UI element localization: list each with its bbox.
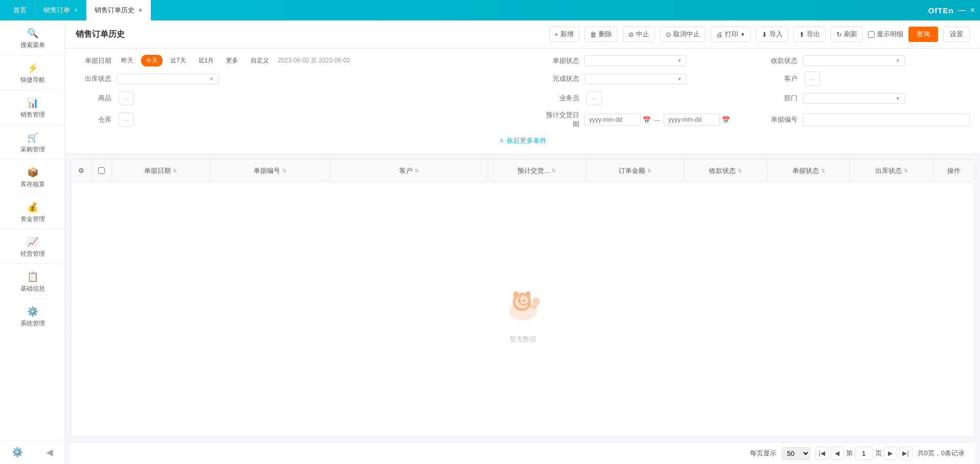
filter-department-field: 部门 ▼ [762,93,970,104]
next-page-button[interactable]: ▶ [884,447,897,460]
warehouse-ellipsis-btn[interactable]: ··· [119,113,134,127]
th-action-label: 操作 [947,166,961,175]
delete-label: 删除 [599,30,612,39]
collapse-bar[interactable]: ∧ 收起更多条件 [76,134,970,147]
calendar-from-icon[interactable]: 📅 [643,116,651,124]
th-customer-label: 客户 [399,166,413,175]
quick-nav-icon: ⚡ [27,62,38,74]
new-button[interactable]: + 新增 [549,27,580,42]
sidebar-item-basic-info-label: 基础信息 [20,284,45,293]
shortcut-1month[interactable]: 近1月 [194,55,219,67]
pay-status-arrow-icon: ▼ [895,58,900,63]
cancel-stop-button[interactable]: ⊙ 取消中止 [660,27,705,42]
sidebar-item-operation-mgmt[interactable]: 📈 经营管理 [0,229,65,264]
prev-page-button[interactable]: ◀ [831,447,844,460]
refresh-label: 刷新 [844,30,857,39]
settings-button[interactable]: 设置 [943,27,970,42]
close-btn-main[interactable]: × [970,6,975,15]
sidebar-item-inventory-calc[interactable]: 📦 库存核算 [0,160,65,194]
filter-warehouse-label: 仓库 [76,115,117,124]
th-date[interactable]: 单据日期 ⇅ [112,160,210,182]
sidebar-item-finance-mgmt[interactable]: 💰 资金管理 [0,194,65,229]
sidebar-item-finance-mgmt-label: 资金管理 [20,215,45,224]
filter-salesman-label: 业务员 [543,94,584,103]
department-select[interactable]: ▼ [803,93,905,104]
first-page-button[interactable]: |◀ [815,447,829,460]
complete-status-select[interactable]: ▼ [584,74,687,84]
th-pay-status[interactable]: 收款状态 ⇅ [684,160,767,182]
tab-sales-order[interactable]: 销售订单 × [35,0,86,20]
collapse-sidebar-icon[interactable]: ◀ [46,447,53,458]
page-title: 销售订单历史 [76,29,125,40]
inventory-calc-icon: 📦 [27,167,38,178]
sidebar-item-system-mgmt[interactable]: ⚙️ 系统管理 [0,299,65,334]
new-icon: + [555,31,559,38]
delivery-date-to-input[interactable] [664,114,720,126]
sidebar-item-quick-nav[interactable]: ⚡ 快捷导航 [0,55,65,90]
filter-product-field: 商品 ··· [76,91,533,105]
page-input[interactable] [855,447,873,460]
tab-sales-order-history[interactable]: 销售订单历史 × [86,0,151,20]
th-delivery[interactable]: 预计交货... ⇅ [488,160,586,182]
query-button[interactable]: 查询 [908,27,938,42]
calendar-to-icon[interactable]: 📅 [722,116,730,124]
last-page-button[interactable]: ▶| [899,447,913,460]
tab-sales-order-history-close[interactable]: × [139,7,142,14]
select-all-checkbox[interactable] [98,167,105,174]
filter-row-3: 商品 ··· 业务员 ··· 部门 ▼ [76,91,970,105]
tab-sales-order-close[interactable]: × [74,7,78,14]
tab-home[interactable]: 首页 [5,0,35,20]
refresh-button[interactable]: ↻ 刷新 [831,27,863,42]
minimize-btn[interactable]: — [958,6,966,15]
shortcut-7days[interactable]: 近7天 [166,55,191,67]
th-stock-status[interactable]: 出库状态 ⇅ [850,160,933,182]
stop-button[interactable]: ⊘ 中止 [623,27,655,42]
settings-bottom-icon[interactable]: ⚙️ [12,447,23,458]
shortcut-today[interactable]: 今天 [141,55,163,67]
delete-button[interactable]: 🗑 删除 [584,27,618,42]
top-bar: 首页 销售订单 × 销售订单历史 × OfTEn — × [0,0,980,20]
shortcut-more[interactable]: 更多 [221,55,243,67]
th-number[interactable]: 单据编号 ⇅ [210,160,330,182]
sidebar-item-purchase-mgmt[interactable]: 🛒 采购管理 [0,125,65,160]
sidebar-item-search-menu[interactable]: 🔍 搜索菜单 [0,20,65,55]
shortcut-yesterday[interactable]: 昨天 [117,55,138,67]
delivery-date-from-input[interactable] [584,114,641,126]
th-amount[interactable]: 订单金额 ⇅ [586,160,684,182]
export-icon: ⬆ [799,31,805,38]
product-ellipsis-btn[interactable]: ··· [119,91,134,105]
salesman-ellipsis-btn[interactable]: ··· [586,91,602,105]
doc-number-input[interactable] [803,114,970,126]
purchase-mgmt-icon: 🛒 [27,132,38,143]
per-page-label: 每页显示 [750,449,777,458]
th-order-status[interactable]: 单据状态 ⇅ [767,160,851,182]
stock-status-select[interactable]: ▼ [117,74,219,84]
filter-stock-status-label: 出库状态 [76,74,117,83]
shortcut-custom[interactable]: 自定义 [246,55,274,67]
date-shortcuts: 昨天 今天 近7天 近1月 更多 自定义 [117,55,274,67]
filter-date-label: 单据日期 [76,56,117,65]
stop-label: 中止 [636,30,649,39]
order-status-select[interactable]: ▼ [584,55,687,66]
th-settings[interactable]: ⚙ [71,160,92,182]
empty-text: 暂无数据 [510,335,536,344]
print-arrow-icon: ▼ [740,32,745,37]
th-date-sort-icon: ⇅ [173,168,177,173]
sidebar-item-sales-mgmt[interactable]: 📊 销售管理 [0,90,65,125]
per-page-select[interactable]: 10 20 50 100 [782,447,810,460]
export-button[interactable]: ⬆ 导出 [793,27,826,42]
filter-product-label: 商品 [76,94,117,103]
sidebar-item-basic-info[interactable]: 📋 基础信息 [0,264,65,299]
th-checkbox[interactable] [92,160,112,182]
import-button[interactable]: ⬇ 导入 [756,27,788,42]
customer-ellipsis-btn[interactable]: ··· [805,72,820,86]
pay-status-select[interactable]: ▼ [803,55,905,66]
th-customer[interactable]: 客户 ⇅ [330,160,488,182]
svg-point-7 [519,300,520,301]
th-stock-status-sort-icon: ⇅ [904,168,908,173]
show-details-checkbox[interactable] [868,31,875,38]
pagination-bar: 每页显示 10 20 50 100 |◀ ◀ 第 页 ▶ ▶| 共0页，0条记录 [71,442,975,464]
print-button[interactable]: 🖨 打印 ▼ [711,27,751,42]
show-details-checkbox-label[interactable]: 显示明细 [868,30,903,39]
sidebar-item-system-mgmt-label: 系统管理 [20,319,45,328]
